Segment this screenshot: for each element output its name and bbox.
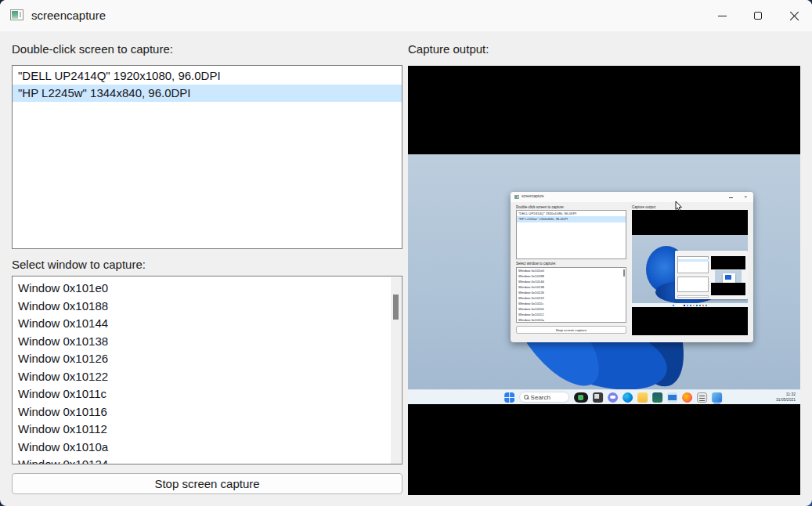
nested-app-dot	[706, 305, 707, 306]
edge-icon	[623, 392, 633, 403]
captured-taskbar: Search 11:32 31/05/2021	[408, 389, 800, 404]
nested-taskbar	[632, 303, 748, 307]
window-list-item[interactable]: Window 0x10124	[13, 456, 402, 464]
search-icon	[524, 395, 529, 399]
stop-capture-button[interactable]: Stop screen capture	[12, 473, 402, 494]
captured-desktop: screencapture × Double-click screen to c…	[408, 154, 800, 404]
captured-app-window: screencapture × Double-click screen to c…	[511, 192, 753, 342]
chat-icon	[608, 392, 618, 403]
captured-screen-item: "DELL UP2414Q" 1920x1080, 96.0DPI	[517, 211, 626, 216]
captured-window-item: Window 0x10112	[517, 312, 626, 317]
active-app-icon	[712, 392, 722, 403]
captured-window-items: Window 0x101e0Window 0x10188Window 0x101…	[517, 268, 626, 323]
mouse-cursor-icon	[675, 201, 682, 211]
window-list-item[interactable]: Window 0x10144	[13, 315, 402, 333]
captured-nested-desktop	[632, 235, 748, 307]
window-list-items: Window 0x101e0Window 0x10188Window 0x101…	[13, 280, 402, 464]
nested-folder-dot	[693, 305, 695, 306]
titlebar[interactable]: screencapture	[0, 0, 812, 31]
app-icon	[10, 9, 23, 20]
clock-date: 31/05/2021	[776, 397, 796, 403]
double-nested-selection	[678, 259, 709, 262]
nested-firefox-dot	[702, 305, 704, 306]
captured-minimize-icon	[729, 197, 733, 198]
search-label: Search	[531, 394, 550, 401]
captured-screens-label: Double-click screen to capture:	[516, 205, 565, 209]
window-list-item[interactable]: Window 0x10122	[13, 368, 402, 386]
maximize-button[interactable]	[740, 0, 776, 31]
double-nested-window-list	[677, 276, 709, 292]
captured-windows-label: Select window to capture:	[516, 262, 556, 266]
task-view-icon	[593, 392, 603, 403]
start-icon	[504, 392, 514, 403]
window-list-item[interactable]: Window 0x10138	[13, 333, 402, 351]
window-title: screencapture	[31, 9, 106, 22]
minimize-icon	[718, 16, 727, 16]
firefox-icon	[682, 392, 692, 403]
captured-window-item: Window 0x1011c	[517, 301, 626, 306]
window-list-item[interactable]: Window 0x10116	[13, 403, 402, 421]
nested-chat-dot	[687, 305, 688, 306]
captured-screen-item: "HP L2245w" 1344x840, 96.0DPI	[517, 216, 626, 222]
nested-widget-dot	[684, 305, 685, 306]
screen-list[interactable]: "DELL UP2414Q" 1920x1080, 96.0DPI"HP L22…	[12, 65, 402, 249]
taskbar-search-box: Search	[519, 392, 569, 403]
captured-titlebar: screencapture ×	[511, 192, 753, 202]
mail-icon	[667, 392, 677, 403]
captured-screen-list: "DELL UP2414Q" 1920x1080, 96.0DPI"HP L22…	[516, 210, 626, 259]
window-list-item[interactable]: Window 0x1011c	[13, 385, 402, 403]
captured-window-title: screencapture	[521, 194, 544, 198]
close-button[interactable]	[776, 0, 812, 31]
captured-window-item: Window 0x10144	[517, 279, 626, 284]
notes-icon	[697, 392, 707, 403]
store-icon	[652, 392, 662, 403]
nested-edge-dot	[690, 305, 691, 306]
captured-window-item: Window 0x10122	[517, 295, 626, 301]
captured-window-item: Window 0x10116	[517, 306, 626, 312]
window-list-item[interactable]: Window 0x10112	[13, 421, 402, 439]
double-nested-button	[677, 295, 709, 298]
captured-window-item: Window 0x1010a	[517, 317, 626, 323]
screen-list-item[interactable]: "DELL UP2414Q" 1920x1080, 96.0DPI	[13, 67, 402, 85]
captured-scrollbar-thumb	[623, 269, 625, 276]
app-window: screencapture Double-click screen to cap…	[0, 0, 812, 506]
letterbox-top	[408, 66, 800, 154]
captured-window-item: Window 0x10188	[517, 273, 626, 279]
window-list[interactable]: Window 0x101e0Window 0x10188Window 0x101…	[12, 276, 402, 464]
windows-list-label: Select window to capture:	[12, 258, 146, 271]
close-icon	[789, 11, 799, 21]
taskbar-clock: 11:32 31/05/2021	[776, 392, 796, 403]
screens-list-label: Double-click screen to capture:	[12, 42, 173, 56]
nested-search-dot	[676, 305, 682, 306]
screen-list-item[interactable]: "HP L2245w" 1344x840, 96.0DPI	[13, 85, 402, 102]
captured-close-icon: ×	[744, 194, 747, 199]
captured-app-icon	[514, 195, 519, 199]
window-list-item[interactable]: Window 0x101e0	[13, 280, 402, 298]
captured-window-list: Window 0x101e0Window 0x10188Window 0x101…	[516, 267, 626, 323]
captured-window-item: Window 0x10138	[517, 284, 626, 290]
capture-output-image: screencapture × Double-click screen to c…	[408, 66, 800, 495]
captured-output-label: Capture output:	[632, 205, 656, 209]
nested-store-dot	[696, 305, 698, 306]
letterbox-bottom	[408, 404, 800, 495]
captured-window-item: Window 0x101e0	[517, 268, 626, 273]
nested-start-dot	[673, 305, 674, 306]
minimize-button[interactable]	[704, 0, 740, 31]
captured-output-image	[632, 210, 748, 335]
capture-output-label: Capture output:	[408, 42, 489, 56]
maximize-icon	[754, 12, 762, 20]
window-list-item[interactable]: Window 0x10188	[13, 298, 402, 316]
window-list-item[interactable]: Window 0x10126	[13, 350, 402, 368]
scrollbar-thumb[interactable]	[393, 295, 399, 320]
window-list-item[interactable]: Window 0x1010a	[13, 439, 402, 457]
captured-window-item: Window 0x10126	[517, 290, 626, 295]
double-nested-letterbox-bottom	[711, 283, 745, 295]
file-explorer-icon	[637, 392, 648, 403]
taskbar-widget-pill-icon	[574, 392, 588, 403]
window-list-scrollbar[interactable]	[391, 277, 401, 464]
clock-time: 11:32	[776, 392, 796, 397]
captured-stop-button: Stop screen capture	[516, 326, 626, 334]
double-nested-letterbox-top	[711, 256, 745, 269]
nested-mail-dot	[699, 305, 701, 306]
double-nested-window	[675, 251, 748, 299]
